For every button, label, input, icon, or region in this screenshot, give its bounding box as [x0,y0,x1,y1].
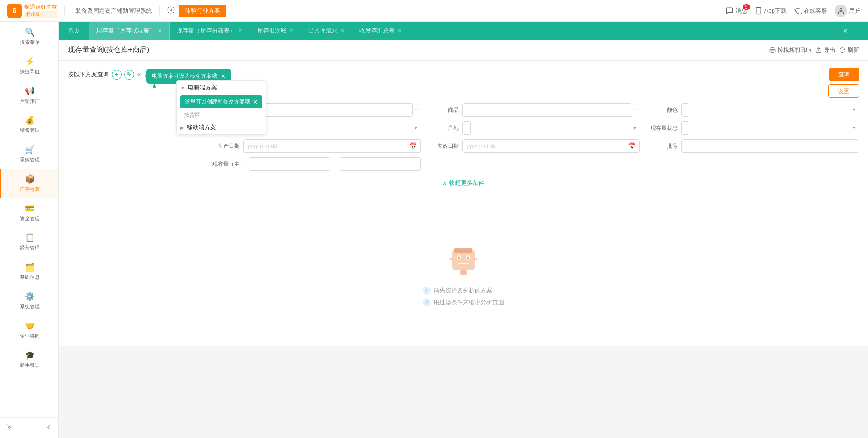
btn-query[interactable]: 查询 [829,68,859,81]
top-bar: 6 畅通道好生意 标准版 装备及固定资产辅助管理系统 体验行业方案 [0,0,868,22]
tab-inventory-dist[interactable]: 现存量（库存分布表） ✕ [170,22,250,40]
query-actions: 查询 设置 [828,68,859,98]
sidebar-item-sales[interactable]: 💰销售管理 [0,110,58,139]
production-date-icon[interactable]: 📅 [409,142,417,150]
empty-icon [441,234,486,279]
sidebar-item-nav[interactable]: ⚡快捷导航 [0,51,58,80]
purchase-icon: 🛒 [25,145,35,155]
sidebar-item-purchase[interactable]: 🛒采购管理 [0,139,58,169]
sidebar-item-label-system: 系统管理 [20,303,40,310]
filter-production-date: 生产日期 yyyy-mm-dd 📅 [212,139,421,153]
warehouse-dots[interactable]: ··· [415,106,420,114]
tab1-close[interactable]: ✕ [158,28,162,34]
sidebar-item-finance[interactable]: 💳资金管理 [0,198,58,227]
divider1 [64,6,65,15]
btn-refresh[interactable]: 刷新 [839,46,859,54]
tip2-text: 用过滤条件来缩小分析范围 [434,298,504,306]
guide-icon: 🎓 [25,350,35,360]
tab-inventory-status[interactable]: 现存量（库存状况表） ✕ [89,22,170,40]
svg-rect-16 [460,270,467,275]
warehouse-input[interactable] [243,103,413,117]
tooltip1-close[interactable]: ✕ [221,73,226,80]
stock-main-from[interactable] [249,157,330,171]
tab-batch[interactable]: 库存批次账 ✕ [250,22,301,40]
filter-origin: 产地 [432,121,640,135]
scheme-computer-item[interactable]: ▼ 电脑端方案 [177,81,266,94]
sidebar-item-label-enterprise: 企业协同 [20,333,40,339]
sidebar-item-label-inventory: 库存核算 [20,186,40,193]
sidebar-item-label-basics: 基础信息 [20,274,40,281]
btn-export[interactable]: 导出 [816,46,835,54]
stock-main-range: — [249,157,421,171]
logo-line1: 畅通道好生意 [24,4,57,11]
btn-reset[interactable]: 设置 [828,84,859,98]
svg-point-4 [9,426,11,429]
settings-icon-btn[interactable] [5,423,14,433]
tab-bar: 首页 现存量（库存状况表） ✕ 现存量（库存分布表） ✕ 库存批次账 ✕ 出入库… [59,22,868,40]
stock-main-to[interactable] [340,157,421,171]
operations-icon: 📋 [25,233,35,243]
color-label: 颜色 [651,106,678,114]
tab3-close[interactable]: ✕ [289,28,293,34]
tooltip2-close[interactable]: ✕ [253,99,258,105]
tab-flow[interactable]: 出入库流水 ✕ [301,22,352,40]
tab-close-all[interactable]: ✕ [838,27,853,34]
sidebar-item-guide[interactable]: 🎓新手引导 [0,345,58,374]
stock-status-select[interactable] [681,121,689,135]
tab-home[interactable]: 首页 [59,22,89,40]
goods-input[interactable] [462,103,632,117]
scheme-mobile-item[interactable]: ▶ 移动端方案 [177,121,266,134]
batch-input[interactable] [681,139,859,153]
origin-select[interactable] [462,121,471,135]
filter-batch: 批号 [651,139,859,153]
online-service-btn[interactable]: 在线客服 [794,7,827,15]
sidebar-item-basics[interactable]: 🗂️基础信息 [0,257,58,286]
sidebar-item-marketing[interactable]: 📢营销推广 [0,80,58,110]
logo-icon: 6 [7,4,22,18]
tab-fullscreen[interactable]: ⛶ [853,27,868,34]
filter-label: 按以下方案查询 [68,71,109,79]
filter-goods: 商品 ··· [432,103,640,117]
gear-icon-btn[interactable] [167,6,175,15]
origin-label: 产地 [432,124,459,132]
add-scheme-btn[interactable]: + [112,70,122,80]
page-content: 现存量查询(按仓库+商品) 按模板打印 ▾ [59,40,868,438]
tip1-item: 1 请先选择要分析的方案 [423,287,504,295]
page-header: 现存量查询(按仓库+商品) 按模板打印 ▾ [59,40,868,61]
message-icon-btn[interactable]: 消息 9 [726,7,747,15]
goods-dots[interactable]: ··· [634,106,640,114]
sidebar-item-enterprise[interactable]: 🤝企业协同 [0,316,58,345]
tab2-close[interactable]: ✕ [238,28,242,34]
user-area[interactable]: 用户 [835,5,861,17]
tab5-close[interactable]: ✕ [397,28,401,34]
tip2-item: 2 用过滤条件来缩小分析范围 [423,298,504,306]
btn-collapse[interactable]: ∧ 收起更多条件 [443,179,484,187]
expiry-date-input[interactable]: yyyy-mm-dd 📅 [462,139,640,153]
tab-summary[interactable]: 收发存汇总表 ✕ [352,22,409,40]
collapse-row: ∧ 收起更多条件 [68,175,859,191]
sidebar-item-inventory[interactable]: 📦库存核算 [0,169,58,198]
app-download-label: App下载 [764,7,787,15]
production-date-input[interactable]: yyyy-mm-dd 📅 [243,139,421,153]
color-select[interactable] [681,103,689,117]
industry-btn[interactable]: 体验行业方案 [179,5,226,17]
collapse-sidebar-btn[interactable] [45,423,53,433]
back-arrow-btn[interactable]: « [137,71,141,79]
scheme-new-item[interactable]: 按货区 [180,109,266,121]
app-download-btn[interactable]: App下载 [755,7,787,15]
edit-scheme-btn[interactable]: ✎ [124,70,134,80]
sidebar-item-search[interactable]: 🔍搜索菜单 [0,22,58,51]
system-icon: ⚙️ [25,292,35,301]
expiry-date-icon[interactable]: 📅 [628,142,636,150]
sidebar-footer [0,417,58,438]
sidebar-item-operations[interactable]: 📋经营管理 [0,227,58,257]
tab-end-btns: ✕ ⛶ [838,22,868,40]
tab4-close[interactable]: ✕ [340,28,344,34]
btn-template-print[interactable]: 按模板打印 ▾ [769,46,812,54]
basics-icon: 🗂️ [25,262,35,272]
sidebar-item-system[interactable]: ⚙️系统管理 [0,286,58,316]
sidebar-item-label-operations: 经营管理 [20,245,40,251]
expiry-date-label: 失效日期 [432,142,459,150]
empty-state: 1 请先选择要分析的方案 2 用过滤条件来缩小分析范围 [59,198,868,346]
filter-stock-main: 现存量（主） — [212,157,421,171]
